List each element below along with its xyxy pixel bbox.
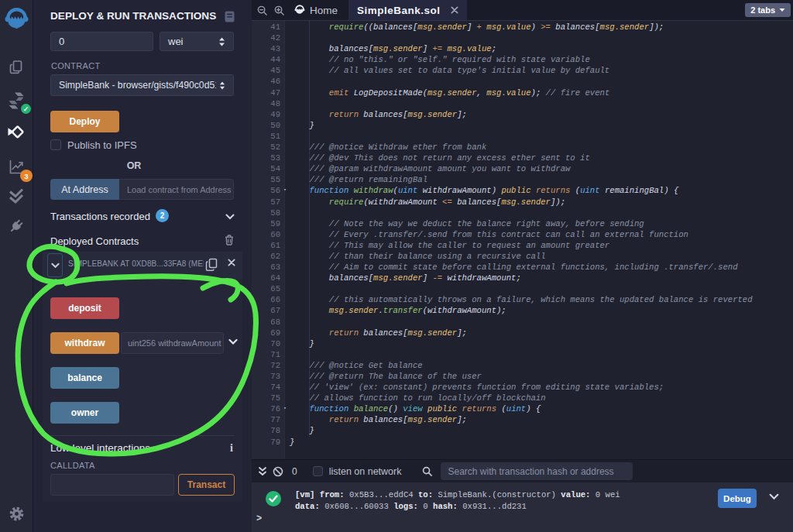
code-line: 65	[252, 283, 793, 294]
close-icon[interactable]	[228, 259, 235, 266]
transactions-count-badge: 2	[156, 209, 169, 222]
remix-ide-app: ✓ 3	[0, 0, 793, 532]
code-line: 72 /// @notice Get balance	[252, 360, 793, 371]
instance-toggle-button[interactable]	[47, 253, 63, 277]
code-line: 74 // 'view' (ex: constant) prevents fun…	[252, 382, 793, 393]
withdraw-function-button[interactable]: withdraw	[50, 332, 119, 354]
file-explorer-icon[interactable]	[6, 57, 26, 77]
debug-button[interactable]: Debug	[718, 489, 757, 508]
tab-simplebank-label: SimpleBank.sol	[357, 5, 441, 16]
deploy-button[interactable]: Deploy	[50, 111, 119, 132]
info-icon[interactable]: i	[230, 442, 233, 455]
editor-main: Home SimpleBank.sol 2 tabs 41 require((b…	[252, 0, 793, 532]
terminal-prompt[interactable]: >	[256, 513, 262, 524]
code-line: 53 /// @dev This does not return any exc…	[252, 153, 793, 163]
code-line: 57 require(withdrawAmount <= balances[ms…	[252, 197, 793, 208]
code-line: 76▾ function balance() view public retur…	[252, 403, 793, 414]
code-line: 52 /// @notice Withdraw ether from bank	[252, 142, 793, 153]
tab-close-icon[interactable]	[451, 6, 458, 14]
clear-console-icon[interactable]	[273, 466, 283, 477]
value-input[interactable]: 0	[50, 32, 153, 51]
chevron-down-icon	[51, 263, 60, 269]
code-line: 75 // allows function to run locally/off…	[252, 393, 793, 403]
transactions-chevron-icon[interactable]	[225, 214, 235, 220]
tx-log-entry[interactable]: [vm] from: 0x5B3...eddC4 to: SimpleBank.…	[295, 489, 620, 512]
tx-success-icon	[265, 490, 282, 507]
analytics-count-badge: 3	[20, 170, 33, 182]
balance-function-button[interactable]: balance	[50, 367, 119, 389]
editor-tabbar: Home SimpleBank.sol 2 tabs	[252, 0, 793, 21]
expand-terminal-icon[interactable]	[258, 466, 267, 476]
code-line: 49 return balances[msg.sender];	[252, 109, 793, 120]
listen-on-network-label: listen on network	[329, 466, 402, 477]
code-line: 50 }	[252, 120, 793, 131]
code-line: 45 // all values set to data type's init…	[252, 65, 793, 76]
zoom-out-icon[interactable]	[257, 5, 267, 15]
settings-gear-icon[interactable]	[6, 503, 26, 523]
transactions-recorded-label: Transactions recorded	[50, 211, 150, 222]
unit-select[interactable]: wei	[160, 32, 234, 51]
code-line: 73 /// @return The balance of the user	[252, 371, 793, 382]
code-line: 56▾ function withdraw(uint withdrawAmoun…	[252, 185, 793, 196]
code-line: 60 // Every .transfer/.send from this co…	[252, 229, 793, 240]
code-line: 66 // this automatically throws on a fai…	[252, 294, 793, 305]
code-line: 67 msg.sender.transfer(withdrawAmount);	[252, 305, 793, 316]
code-line: 62 // than their balance using a recursi…	[252, 251, 793, 262]
withdraw-amount-input[interactable]: uint256 withdrawAmount	[121, 332, 224, 354]
panel-title: DEPLOY & RUN TRANSACTIONS	[50, 10, 216, 22]
stepper-icon	[218, 37, 225, 46]
terminal-log: [vm] from: 0x5B3...eddC4 to: SimpleBank.…	[252, 482, 793, 532]
code-lines: 41 require((balances[msg.sender] + msg.v…	[252, 21, 793, 448]
code-line: 55 /// @return remainingBal	[252, 174, 793, 185]
code-line: 46	[252, 76, 793, 87]
icon-sidebar: ✓ 3	[0, 0, 33, 532]
divider	[50, 435, 235, 436]
publish-ipfs-checkbox[interactable]	[50, 139, 61, 150]
low-level-interactions-label: Low level interactions	[50, 442, 150, 454]
code-line: 78 }	[252, 425, 793, 436]
copy-icon[interactable]	[205, 258, 218, 272]
withdraw-expand-chevron-icon[interactable]	[228, 338, 238, 345]
code-line: 70 }	[252, 338, 793, 349]
docs-icon[interactable]	[225, 11, 235, 22]
chevron-down-icon	[779, 8, 785, 12]
analytics-icon[interactable]: 3	[6, 156, 26, 177]
tab-simplebank[interactable]: SimpleBank.sol	[348, 0, 467, 20]
terminal-toolbar: 0 listen on network Search with transact…	[252, 459, 793, 482]
remix-logo-icon[interactable]	[2, 5, 31, 34]
owner-function-button[interactable]: owner	[50, 402, 119, 424]
transact-button[interactable]: Transact	[178, 474, 235, 496]
unit-testing-icon[interactable]	[6, 186, 26, 206]
calldata-input[interactable]	[50, 474, 174, 496]
solidity-compiler-icon[interactable]: ✓	[6, 91, 26, 111]
terminal: 0 listen on network Search with transact…	[252, 459, 793, 532]
plugin-manager-icon[interactable]	[6, 216, 26, 236]
code-line: 54 /// @param withdrawAmount amount you …	[252, 163, 793, 174]
zoom-in-icon[interactable]	[274, 5, 284, 15]
code-line: 42	[252, 33, 793, 43]
tab-home[interactable]: Home	[287, 0, 345, 20]
trash-icon[interactable]	[225, 235, 234, 245]
code-line: 63 // Aim to commit state before calling…	[252, 262, 793, 273]
listen-on-network-checkbox[interactable]	[313, 466, 323, 476]
log-expand-chevron-icon[interactable]	[769, 493, 779, 500]
deploy-run-icon[interactable]	[6, 122, 26, 142]
contract-select[interactable]: SimpleBank - browser/gists/f490c0d51	[50, 74, 234, 96]
deployed-contracts-header: Deployed Contracts	[50, 235, 139, 247]
deposit-function-button[interactable]: deposit	[50, 297, 119, 319]
code-line: 61 // This may allow the caller to reque…	[252, 240, 793, 251]
tabs-count-badge[interactable]: 2 tabs	[745, 3, 791, 17]
terminal-log-count: 0	[292, 466, 297, 477]
search-icon	[422, 466, 432, 476]
remix-home-icon	[294, 4, 306, 16]
code-editor[interactable]: 41 require((balances[msg.sender] + msg.v…	[252, 21, 793, 459]
code-line: 58	[252, 208, 793, 218]
code-line: 69 return balances[msg.sender];	[252, 328, 793, 338]
at-address-button[interactable]: At Address	[50, 179, 119, 200]
at-address-input[interactable]: Load contract from Address	[119, 179, 234, 200]
compiler-success-badge: ✓	[21, 104, 31, 114]
tab-home-label: Home	[310, 5, 338, 16]
or-separator: OR	[33, 160, 235, 171]
publish-ipfs-label: Publish to IPFS	[67, 139, 137, 151]
terminal-search-input[interactable]: Search with transaction hash or address	[441, 462, 633, 480]
